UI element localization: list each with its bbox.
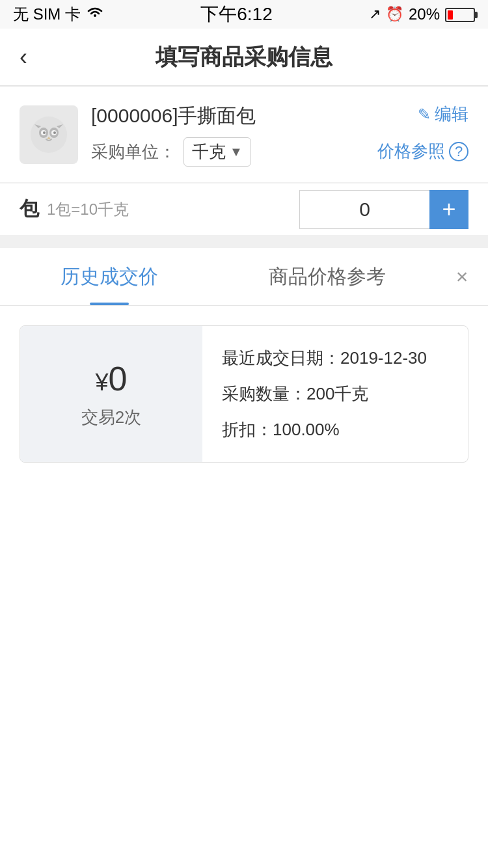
status-left: 无 SIM 卡 [13, 4, 104, 25]
trade-card: ¥0 交易2次 最近成交日期：2019-12-30 采购数量：200千克 折扣：… [20, 325, 468, 463]
price-ref-icon: ? [449, 142, 468, 161]
wifi-icon [86, 5, 104, 23]
tab-product-price-ref-label: 商品价格参考 [269, 264, 386, 290]
recent-date-value: 2019-12-30 [340, 348, 427, 368]
edit-icon: ✎ [418, 105, 431, 124]
unit-label: 采购单位： [91, 141, 176, 163]
purchase-qty-label: 采购数量： [222, 384, 306, 403]
svg-point-5 [43, 131, 46, 134]
purchase-qty-value: 200千克 [306, 384, 368, 403]
back-button[interactable]: ‹ [20, 44, 27, 71]
yen-symbol: ¥ [96, 369, 109, 396]
panel-close-button[interactable]: × [436, 248, 488, 305]
product-image [26, 112, 72, 157]
alarm-icon: ⏰ [386, 6, 403, 23]
quantity-input[interactable] [299, 190, 429, 229]
recent-date-row: 最近成交日期：2019-12-30 [222, 346, 448, 371]
product-right: ✎ 编辑 价格参照 ? [377, 103, 468, 163]
discount-value: 100.00% [273, 420, 340, 439]
purchase-qty-row: 采购数量：200千克 [222, 381, 448, 407]
battery-percent: 20% [409, 5, 440, 23]
product-thumbnail [20, 105, 78, 164]
unit-value: 千克 [192, 141, 226, 163]
status-right: ↗ ⏰ 20% [369, 5, 475, 23]
quantity-right: + [299, 190, 468, 229]
main-content: [0000006]手撕面包 采购单位： 千克 ▼ ✎ 编辑 价格 [0, 86, 488, 868]
dropdown-arrow-icon: ▼ [230, 144, 243, 159]
product-card: [0000006]手撕面包 采购单位： 千克 ▼ ✎ 编辑 价格 [0, 87, 488, 182]
quantity-section: 包 1包=10千克 + [0, 183, 488, 235]
quantity-left: 包 1包=10千克 [20, 196, 129, 223]
svg-point-6 [53, 131, 56, 134]
bottom-panel: 历史成交价 商品价格参考 × ¥0 交易2次 最近成交日期：2019-12-30 [0, 248, 488, 868]
tab-active-indicator [90, 303, 129, 305]
trade-count: 交易2次 [81, 406, 141, 429]
trade-card-price-section: ¥0 交易2次 [20, 326, 202, 462]
tabs-header: 历史成交价 商品价格参考 × [0, 248, 488, 306]
price-ref-label: 价格参照 [377, 140, 445, 163]
tab-product-price-ref[interactable]: 商品价格参考 [218, 248, 436, 305]
quantity-plus-button[interactable]: + [429, 190, 468, 229]
trade-price: ¥0 [96, 359, 128, 398]
price-reference-button[interactable]: 价格参照 ? [377, 140, 468, 163]
trade-card-details: 最近成交日期：2019-12-30 采购数量：200千克 折扣：100.00% [202, 326, 468, 462]
location-icon: ↗ [369, 6, 381, 23]
product-header: [0000006]手撕面包 采购单位： 千克 ▼ ✎ 编辑 价格 [20, 103, 468, 167]
tab-historical-price-label: 历史成交价 [61, 264, 158, 290]
product-name: [0000006]手撕面包 [91, 103, 256, 129]
svg-point-0 [31, 116, 67, 153]
nav-bar: ‹ 填写商品采购信息 [0, 29, 488, 86]
quantity-unit-badge: 包 [20, 196, 39, 223]
sim-label: 无 SIM 卡 [13, 4, 81, 25]
status-time: 下午6:12 [200, 2, 273, 27]
unit-select[interactable]: 千克 ▼ [183, 137, 251, 167]
quantity-equiv: 1包=10千克 [47, 199, 129, 220]
battery-icon [445, 5, 475, 23]
edit-button[interactable]: ✎ 编辑 [418, 103, 468, 126]
product-left: [0000006]手撕面包 采购单位： 千克 ▼ [20, 103, 256, 167]
status-bar: 无 SIM 卡 下午6:12 ↗ ⏰ 20% [0, 0, 488, 29]
product-unit-row: 采购单位： 千克 ▼ [91, 137, 256, 167]
price-value: 0 [109, 360, 128, 398]
recent-date-label: 最近成交日期： [222, 348, 340, 368]
product-info: [0000006]手撕面包 采购单位： 千克 ▼ [91, 103, 256, 167]
edit-label: 编辑 [435, 103, 468, 126]
discount-label: 折扣： [222, 420, 273, 439]
tab-historical-price[interactable]: 历史成交价 [0, 248, 218, 305]
discount-row: 折扣：100.00% [222, 417, 448, 442]
page-title: 填写商品采购信息 [156, 42, 332, 72]
